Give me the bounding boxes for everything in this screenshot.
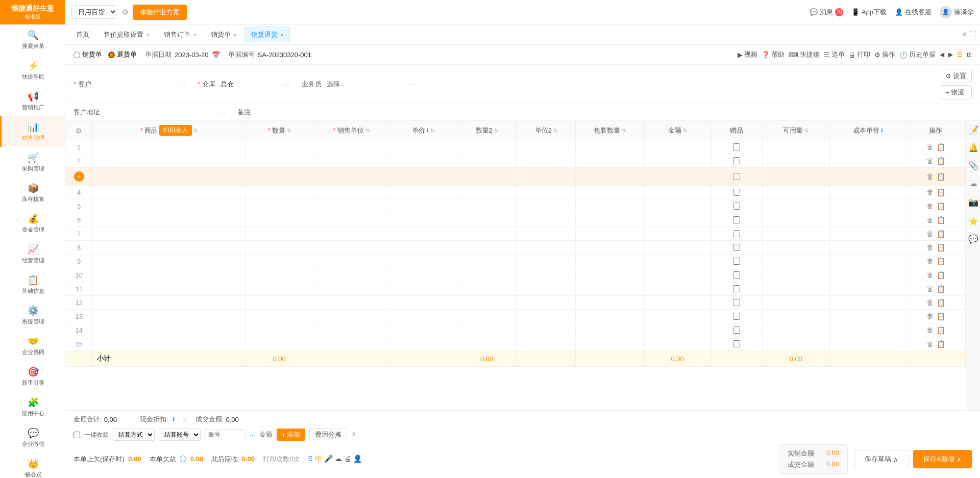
- tab-sales-bill[interactable]: 销货单 ×: [204, 27, 243, 42]
- unit-input[interactable]: [316, 143, 386, 151]
- add-payment-button[interactable]: + 添加: [277, 429, 306, 441]
- radio-return[interactable]: 退货单: [108, 50, 137, 59]
- delete-row-icon[interactable]: 🗑: [926, 243, 934, 251]
- gift-checkbox[interactable]: [733, 326, 740, 334]
- delete-row-icon[interactable]: 🗑: [926, 285, 934, 293]
- quantity-cell[interactable]: [246, 154, 313, 168]
- delete-row-icon[interactable]: 🗑: [926, 271, 934, 279]
- sidebar-item-purchase[interactable]: 🛒 采购管理: [0, 147, 65, 178]
- toolbar-help[interactable]: ❓ 帮助: [762, 50, 785, 59]
- settings-button[interactable]: ⚙ 设置: [940, 69, 972, 83]
- sidebar-item-marketing[interactable]: 📢 营销推广: [0, 86, 65, 116]
- delete-row-icon[interactable]: 🗑: [926, 216, 934, 224]
- unit2-input[interactable]: [520, 143, 572, 151]
- cost-cell[interactable]: [830, 154, 906, 168]
- scan-button[interactable]: 扫码录入: [159, 125, 192, 136]
- table-settings-icon[interactable]: ⚙: [76, 127, 82, 135]
- gift-checkbox[interactable]: [733, 313, 740, 320]
- amount-cell[interactable]: [644, 168, 712, 186]
- copy-row-icon[interactable]: 📋: [937, 157, 945, 165]
- sidebar-item-collab[interactable]: 🤝 企业协同: [0, 331, 65, 361]
- delete-row-icon[interactable]: 🗑: [926, 188, 934, 196]
- toolbar-video[interactable]: ▶ 视频: [738, 50, 757, 59]
- close-tab-sales-bill-icon[interactable]: ×: [234, 32, 237, 38]
- unit2-cell[interactable]: [517, 168, 576, 186]
- cost-cell[interactable]: [830, 168, 906, 186]
- gift-checkbox[interactable]: [733, 244, 740, 251]
- price-cell[interactable]: [389, 140, 457, 154]
- delete-row-icon[interactable]: 🗑: [926, 230, 934, 238]
- toolbar-prev[interactable]: ◀: [940, 51, 944, 58]
- sidebar-item-appstore[interactable]: 🧩 应用中心: [0, 392, 65, 422]
- amount-cell[interactable]: [644, 140, 712, 154]
- toolbar-operate[interactable]: ⚙ 操作: [874, 50, 895, 59]
- account-select[interactable]: 结算账号: [159, 429, 201, 441]
- salesperson-dots[interactable]: ···: [409, 81, 418, 88]
- sidebar-item-wxwork[interactable]: 💬 企业微信: [0, 422, 65, 453]
- panel-star-icon[interactable]: ⭐: [968, 216, 978, 226]
- copy-row-icon[interactable]: 📋: [937, 143, 945, 151]
- pkg-cell[interactable]: [576, 168, 644, 186]
- message-item[interactable]: 💬 消息 70: [810, 8, 843, 17]
- pkg-input[interactable]: [579, 143, 640, 151]
- bottom-icon-3[interactable]: 🎤: [324, 455, 333, 464]
- logistics-button[interactable]: + 物流: [940, 85, 972, 99]
- bottom-icon-6[interactable]: 👤: [353, 455, 362, 464]
- available-cell[interactable]: [762, 140, 830, 154]
- user-item[interactable]: 👤 徐泽华: [940, 6, 974, 18]
- address-input[interactable]: [103, 107, 215, 117]
- toolbar-grid-view[interactable]: ⊞: [967, 51, 972, 58]
- close-all-icon[interactable]: ✕: [962, 31, 967, 38]
- tab-home[interactable]: 首页: [69, 27, 96, 42]
- salesperson-input[interactable]: [325, 79, 406, 89]
- toolbar-next[interactable]: ▶: [948, 51, 953, 58]
- panel-cloud-icon[interactable]: ☁: [969, 179, 977, 188]
- add-row-button[interactable]: +: [74, 171, 84, 182]
- copy-row-icon[interactable]: 📋: [937, 243, 945, 251]
- unit-cell[interactable]: [313, 168, 389, 186]
- unit-cell[interactable]: [313, 140, 389, 154]
- copy-row-icon[interactable]: 📋: [937, 172, 945, 181]
- product-input-active[interactable]: [96, 173, 242, 181]
- col-quantity-sort[interactable]: ⇅: [287, 128, 291, 133]
- qty2-cell[interactable]: [457, 168, 517, 186]
- qty2-input[interactable]: [460, 143, 513, 151]
- radio-sale[interactable]: 销货单: [74, 50, 102, 59]
- price-cell[interactable]: [389, 168, 457, 186]
- sidebar-item-guide[interactable]: 🎯 新手引导: [0, 361, 65, 392]
- toolbar-history[interactable]: 🕐 历史单据: [899, 50, 936, 59]
- delete-row-icon[interactable]: 🗑: [926, 157, 934, 165]
- close-tab-price-icon[interactable]: ×: [146, 32, 150, 38]
- panel-chat-icon[interactable]: 💬: [968, 234, 978, 244]
- industry-select[interactable]: 日用百货: [71, 5, 117, 19]
- toolbar-print[interactable]: 🖨 打印: [849, 50, 870, 59]
- topbar-settings-icon[interactable]: ⚙: [121, 7, 129, 17]
- delete-row-icon[interactable]: 🗑: [926, 326, 934, 334]
- gift-checkbox[interactable]: [733, 271, 740, 279]
- bottom-icon-4[interactable]: ☁: [335, 455, 342, 464]
- copy-row-icon[interactable]: 📋: [937, 312, 945, 320]
- bottom-icon-1[interactable]: S: [308, 455, 312, 464]
- toolbar-select[interactable]: ☰ 选单: [824, 50, 845, 59]
- radio-sale-input[interactable]: [74, 52, 80, 58]
- sidebar-item-operation[interactable]: 📈 经营管理: [0, 239, 65, 269]
- col-pkg-sort[interactable]: ⇅: [622, 128, 626, 133]
- col-unit-sort[interactable]: ⇅: [365, 128, 370, 133]
- sidebar-item-system[interactable]: ⚙️ 系统管理: [0, 300, 65, 331]
- panel-bell-icon[interactable]: 🔔: [968, 143, 978, 153]
- qty2-cell[interactable]: [457, 140, 517, 154]
- available-cell[interactable]: [762, 154, 830, 168]
- sidebar-item-search[interactable]: 🔍 搜索菜单: [0, 24, 65, 55]
- maximize-icon[interactable]: ⛶: [969, 31, 976, 38]
- col-qty2-sort[interactable]: ⇅: [494, 128, 498, 133]
- gift-checkbox[interactable]: [733, 203, 740, 210]
- settlement-select[interactable]: 结算方式: [113, 429, 155, 441]
- gift-checkbox[interactable]: [733, 143, 740, 150]
- copy-row-icon[interactable]: 📋: [937, 188, 945, 196]
- price-input[interactable]: [393, 143, 454, 151]
- save-new-button[interactable]: 保存&新增 ∧: [913, 450, 972, 468]
- sidebar-item-member[interactable]: 👑 畅会员: [0, 453, 65, 478]
- cost-input[interactable]: [833, 143, 902, 151]
- gift-checkbox[interactable]: [733, 285, 740, 292]
- copy-row-icon[interactable]: 📋: [937, 271, 945, 279]
